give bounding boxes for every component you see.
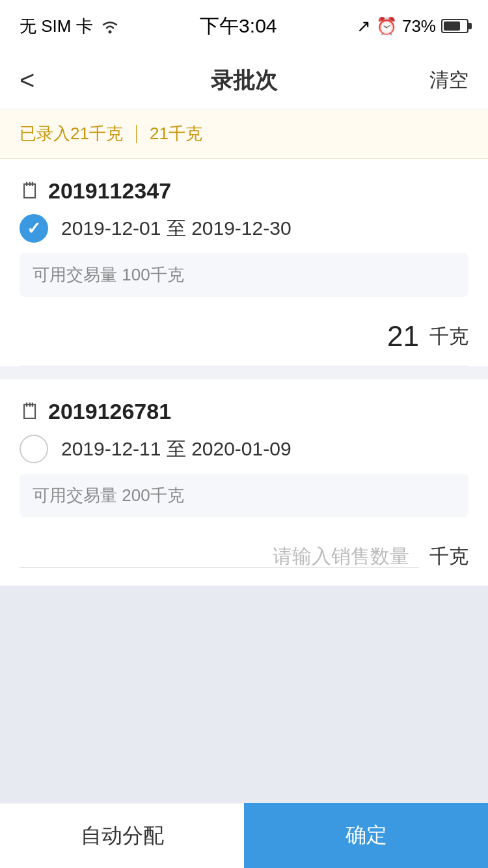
page-title: 录批次 [211,66,277,96]
available-text-1: 可用交易量 100千克 [33,265,184,284]
confirm-button[interactable]: 确定 [244,803,488,868]
available-text-2: 可用交易量 200千克 [33,485,184,505]
status-bar: 无 SIM 卡 下午3:04 ↗ ⏰ 73% [0,0,488,52]
batch-row-2: 2019-12-11 至 2020-01-09 [20,435,468,463]
batch-card-1: 🗒 2019112347 2019-12-01 至 2019-12-30 可用交… [0,159,488,366]
back-button[interactable]: < [20,66,59,95]
batch-date-2: 2019-12-11 至 2020-01-09 [61,436,291,463]
carrier-label: 无 SIM 卡 [20,15,93,38]
nav-bar: < 录批次 清空 [0,52,488,109]
info-banner: 已录入21千克 21千克 [0,109,488,159]
batch-header-2: 🗒 2019126781 [20,399,468,424]
recorded-amount-label: 已录入21千克 [20,122,123,145]
batch-row-1: 2019-12-01 至 2019-12-30 [20,214,468,243]
bottom-area [0,586,488,833]
amount-row-1: 21 千克 [20,310,468,366]
svg-point-0 [108,31,111,34]
available-box-2: 可用交易量 200千克 [20,474,468,517]
doc-icon-1: 🗒 [20,178,42,204]
footer: 自动分配 确定 [0,803,488,868]
banner-divider [136,125,137,143]
section-separator-1 [0,366,488,379]
doc-icon-2: 🗒 [20,399,42,424]
status-right: ↗ ⏰ 73% [357,16,468,36]
alarm-icon: ⏰ [376,16,397,36]
status-left: 无 SIM 卡 [20,15,120,38]
wifi-icon [100,18,120,34]
status-time: 下午3:04 [200,13,277,40]
radio-1[interactable] [20,214,48,243]
location-icon: ↗ [357,16,371,36]
batch-id-2: 2019126781 [48,399,171,424]
radio-2[interactable] [20,435,48,463]
auto-distribute-button[interactable]: 自动分配 [0,803,244,868]
qty-input-container[interactable] [20,545,419,568]
available-box-1: 可用交易量 100千克 [20,253,468,297]
input-unit-2: 千克 [429,543,468,570]
battery-percent: 73% [402,16,436,36]
clear-button[interactable]: 清空 [429,67,468,94]
qty-input-2[interactable] [172,545,419,567]
batch-date-1: 2019-12-01 至 2019-12-30 [61,215,291,242]
batch-card-2: 🗒 2019126781 2019-12-11 至 2020-01-09 可用交… [0,379,488,586]
input-row-2: 千克 [20,530,468,586]
amount-unit-1: 千克 [429,323,468,350]
battery-icon [441,19,468,33]
recorded-amount-value: 21千克 [150,122,202,145]
batch-id-1: 2019112347 [48,178,171,204]
batch-header-1: 🗒 2019112347 [20,178,468,204]
amount-value-1: 21 [387,320,419,353]
